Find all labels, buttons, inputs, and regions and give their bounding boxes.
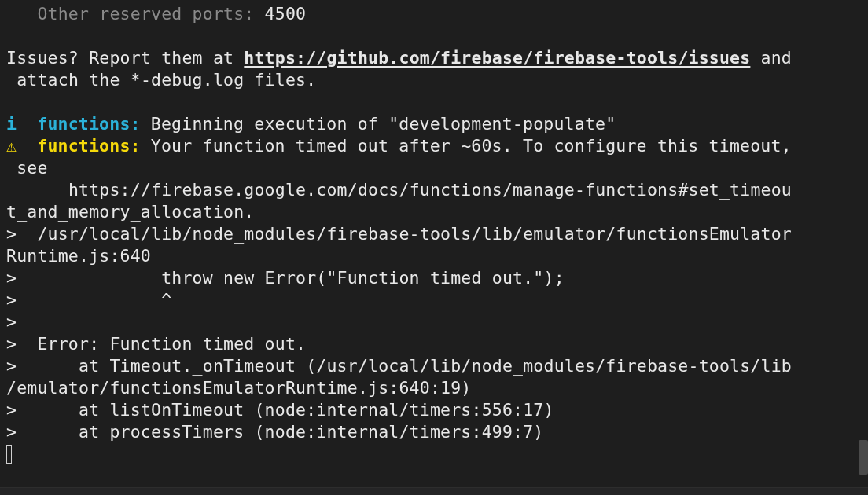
- begin-exec-text: Beginning execution of "development-popu…: [141, 114, 616, 134]
- panel-footer: [0, 487, 868, 495]
- issues-suffix: and: [750, 48, 792, 68]
- stack-trace-path: > /usr/local/lib/node_modules/firebase-t…: [6, 224, 792, 266]
- terminal-cursor: [6, 445, 12, 464]
- warning-icon: ⚠: [6, 135, 17, 157]
- stack-trace-caret: > ^: [6, 290, 171, 310]
- stack-trace-at3: > at processTimers (node:internal/timers…: [6, 422, 544, 442]
- terminal-output[interactable]: Other reserved ports: 4500 Issues? Repor…: [0, 0, 868, 487]
- stack-trace-throw: > throw new Error("Function timed out.")…: [6, 268, 565, 288]
- issues-link[interactable]: https://github.com/firebase/firebase-too…: [244, 48, 750, 68]
- functions-label-warn: functions:: [37, 136, 140, 156]
- functions-label: functions:: [37, 114, 140, 134]
- reserved-ports-label: Other reserved ports:: [6, 4, 265, 24]
- timeout-warn-line2: see: [6, 158, 48, 178]
- timeout-warn-text: Your function timed out after ~60s. To c…: [141, 136, 792, 156]
- stack-trace-at2: > at listOnTimeout (node:internal/timers…: [6, 400, 554, 420]
- stack-trace-error: > Error: Function timed out.: [6, 334, 306, 354]
- stack-trace-at1: > at Timeout._onTimeout (/usr/local/lib/…: [6, 356, 792, 398]
- scrollbar-thumb[interactable]: [859, 440, 868, 475]
- issues-line2: attach the *-debug.log files.: [6, 70, 316, 90]
- info-icon: i: [6, 113, 17, 135]
- timeout-docs-url: https://firebase.google.com/docs/functio…: [6, 180, 792, 222]
- issues-text: Issues? Report them at: [6, 48, 244, 68]
- reserved-ports-value: 4500: [265, 4, 307, 24]
- stack-trace-blank: >: [6, 312, 17, 332]
